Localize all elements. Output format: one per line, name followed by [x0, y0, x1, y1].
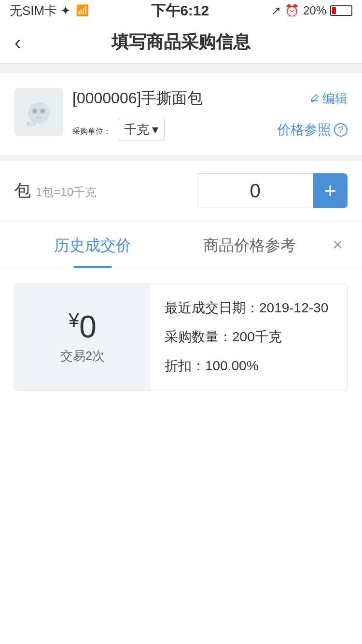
- status-bar: 无SIM卡 ✦ 📶 下午6:12 ↗ ⏰ 20%: [0, 0, 362, 21]
- carrier-text: 无SIM卡 ✦: [10, 2, 71, 19]
- recent-date-label: 最近成交日期：: [165, 300, 259, 315]
- unit-select[interactable]: 千克 ▾: [118, 119, 165, 140]
- price-ref-label: 价格参照: [277, 121, 331, 139]
- nav-bar: ‹ 填写商品采购信息: [0, 21, 362, 64]
- discount-row: 折扣：100.00%: [165, 356, 333, 376]
- status-left: 无SIM卡 ✦ 📶: [10, 2, 89, 19]
- unit-dropdown-arrow: ▾: [152, 122, 158, 137]
- discount-value: 100.00%: [205, 358, 259, 373]
- unit-label: 采购单位：: [72, 127, 111, 135]
- tab-history-price[interactable]: 历史成交价: [14, 222, 171, 268]
- price-card: ¥0 交易2次 最近成交日期：2019-12-30 采购数量：200千克 折扣：…: [14, 283, 348, 391]
- price-trades: 交易2次: [60, 348, 105, 364]
- unit-value: 千克: [124, 121, 149, 138]
- help-icon: ?: [334, 123, 348, 137]
- svg-text:數計: 數計: [27, 121, 36, 126]
- qty-unit-sub: 1包=10千克: [36, 184, 97, 200]
- edit-button[interactable]: 编辑: [310, 90, 348, 107]
- qty-label: 采购数量：: [165, 329, 232, 344]
- product-info: [0000006]手撕面包 编辑 采购单位： 千克 ▾ 价格参照 ?: [72, 88, 348, 140]
- recent-date-value: 2019-12-30: [259, 300, 328, 315]
- currency-symbol: ¥: [69, 309, 79, 331]
- tab-product-price-ref[interactable]: 商品价格参考: [171, 222, 327, 268]
- discount-label: 折扣：: [165, 358, 205, 373]
- tab-close-button[interactable]: ×: [328, 230, 348, 260]
- price-value: 0: [79, 309, 97, 344]
- tab-bar: 历史成交价 商品价格参考 ×: [0, 222, 362, 268]
- alarm-icon: ⏰: [285, 4, 299, 17]
- qty-unit-main: 包: [14, 180, 31, 202]
- bottom-area: [0, 406, 362, 644]
- product-header: [0000006]手撕面包 编辑: [72, 88, 348, 109]
- unit-label-wrap: 采购单位： 千克 ▾: [72, 119, 165, 140]
- wifi-icon: 📶: [76, 4, 89, 17]
- qty-value: 200千克: [232, 329, 282, 344]
- purchase-qty-row: 采购数量：200千克: [165, 327, 333, 347]
- tab2-label: 商品价格参考: [203, 237, 296, 254]
- battery-icon: [330, 5, 352, 16]
- back-button[interactable]: ‹: [14, 33, 21, 52]
- quantity-row: 包 1包=10千克 +: [0, 161, 362, 221]
- svg-point-4: [41, 110, 44, 112]
- recent-date-row: 最近成交日期：2019-12-30: [165, 298, 333, 318]
- product-card: 數計 [0000006]手撕面包 编辑 采购单位： 千克 ▾ 价格参照 ?: [0, 73, 362, 155]
- quantity-input[interactable]: [197, 173, 313, 208]
- battery-pct: 20%: [303, 4, 326, 17]
- qty-label-wrap: 包 1包=10千克: [14, 180, 187, 202]
- svg-point-3: [33, 110, 36, 112]
- price-ref-button[interactable]: 价格参照 ?: [277, 121, 348, 139]
- price-right: 最近成交日期：2019-12-30 采购数量：200千克 折扣：100.00%: [150, 283, 347, 391]
- tab1-label: 历史成交价: [54, 237, 131, 254]
- qty-input-wrap: +: [197, 173, 348, 208]
- plus-button[interactable]: +: [313, 173, 348, 208]
- status-right: ↗ ⏰ 20%: [271, 4, 352, 17]
- price-left: ¥0 交易2次: [15, 283, 150, 391]
- product-name: [0000006]手撕面包: [72, 88, 203, 109]
- location-icon: ↗: [271, 4, 281, 17]
- page-title: 填写商品采购信息: [111, 30, 251, 54]
- section-divider: [0, 155, 362, 161]
- product-thumbnail: 數計: [14, 88, 63, 136]
- edit-label: 编辑: [322, 90, 348, 107]
- unit-row: 采购单位： 千克 ▾ 价格参照 ?: [72, 119, 348, 140]
- status-time: 下午6:12: [151, 1, 209, 21]
- price-amount: ¥0: [69, 309, 97, 344]
- price-cards: ¥0 交易2次 最近成交日期：2019-12-30 采购数量：200千克 折扣：…: [0, 268, 362, 406]
- tab-panel: 历史成交价 商品价格参考 × ¥0 交易2次 最近成交日期：2019-12-30…: [0, 222, 362, 406]
